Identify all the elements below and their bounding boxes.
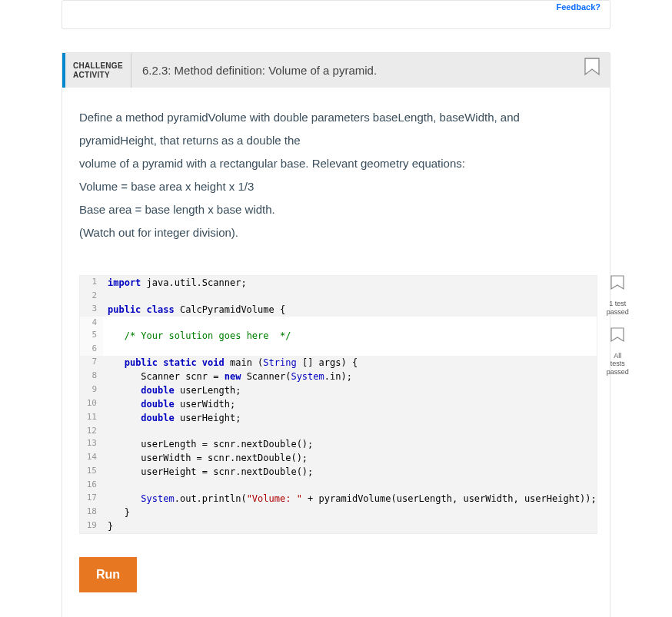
line-number: 8 bbox=[80, 370, 103, 383]
line-content[interactable]: } bbox=[103, 519, 597, 533]
description-line: Volume = base area x height x 1/3 bbox=[79, 175, 593, 198]
line-number: 12 bbox=[80, 425, 103, 438]
code-line[interactable]: 1import java.util.Scanner; bbox=[80, 276, 597, 290]
code-line[interactable]: 2 bbox=[80, 290, 597, 303]
line-number: 6 bbox=[80, 343, 103, 356]
code-line[interactable]: 10 double userWidth; bbox=[80, 397, 597, 411]
line-content[interactable] bbox=[103, 479, 597, 492]
challenge-label: CHALLENGE ACTIVITY bbox=[65, 53, 131, 88]
code-line[interactable]: 8 Scanner scnr = new Scanner(System.in); bbox=[80, 370, 597, 383]
line-content[interactable]: double userLength; bbox=[103, 383, 597, 397]
line-content[interactable]: userHeight = scnr.nextDouble(); bbox=[103, 465, 597, 479]
line-number: 3 bbox=[80, 303, 103, 317]
line-content[interactable]: import java.util.Scanner; bbox=[103, 276, 597, 290]
line-number: 5 bbox=[80, 329, 103, 343]
line-number: 18 bbox=[80, 506, 103, 519]
alltests-badge-text: All tests passed bbox=[607, 352, 629, 377]
test-badge-text: 1 test passed bbox=[607, 300, 629, 317]
feedback-link[interactable]: Feedback? bbox=[557, 2, 600, 12]
code-line[interactable]: 18 } bbox=[80, 506, 597, 519]
line-number: 13 bbox=[80, 437, 103, 451]
code-line[interactable]: 9 double userLength; bbox=[80, 383, 597, 397]
status-column: 1 test passed All tests passed bbox=[607, 275, 629, 534]
run-button[interactable]: Run bbox=[79, 557, 137, 592]
line-number: 16 bbox=[80, 479, 103, 492]
challenge-description: Define a method pyramidVolume with doubl… bbox=[62, 88, 610, 252]
line-content[interactable]: userLength = scnr.nextDouble(); bbox=[103, 437, 597, 451]
line-content[interactable]: public class CalcPyramidVolume { bbox=[103, 303, 597, 317]
challenge-title: 6.2.3: Method definition: Volume of a py… bbox=[131, 53, 610, 88]
line-number: 11 bbox=[80, 411, 103, 425]
line-content[interactable]: Scanner scnr = new Scanner(System.in); bbox=[103, 370, 597, 383]
code-line[interactable]: 16 bbox=[80, 479, 597, 492]
line-content[interactable]: userWidth = scnr.nextDouble(); bbox=[103, 451, 597, 465]
line-number: 1 bbox=[80, 276, 103, 290]
line-content[interactable]: double userHeight; bbox=[103, 411, 597, 425]
line-content[interactable] bbox=[103, 290, 597, 303]
description-line: Base area = base length x base width. bbox=[79, 198, 593, 221]
bottom-link-area bbox=[62, 592, 610, 608]
code-line[interactable]: 14 userWidth = scnr.nextDouble(); bbox=[80, 451, 597, 465]
line-content[interactable]: System.out.println("Volume: " + pyramidV… bbox=[103, 492, 597, 506]
line-content[interactable] bbox=[103, 343, 597, 356]
line-number: 10 bbox=[80, 397, 103, 411]
description-line: volume of a pyramid with a rectangular b… bbox=[79, 152, 593, 175]
description-line: (Watch out for integer division). bbox=[79, 221, 593, 244]
challenge-header: CHALLENGE ACTIVITY 6.2.3: Method definit… bbox=[62, 53, 610, 88]
line-content[interactable]: public static void main (String [] args)… bbox=[103, 356, 597, 370]
code-line[interactable]: 15 userHeight = scnr.nextDouble(); bbox=[80, 465, 597, 479]
description-line: Define a method pyramidVolume with doubl… bbox=[79, 106, 593, 152]
code-line[interactable]: 17 System.out.println("Volume: " + pyram… bbox=[80, 492, 597, 506]
code-line[interactable]: 13 userLength = scnr.nextDouble(); bbox=[80, 437, 597, 451]
line-content[interactable] bbox=[103, 425, 597, 438]
line-number: 19 bbox=[80, 519, 103, 533]
code-line[interactable]: 12 bbox=[80, 425, 597, 438]
bookmark-icon[interactable] bbox=[584, 58, 600, 81]
line-number: 2 bbox=[80, 290, 103, 303]
code-line[interactable]: 19} bbox=[80, 519, 597, 533]
line-number: 9 bbox=[80, 383, 103, 397]
editor-area: 1import java.util.Scanner;23public class… bbox=[62, 252, 610, 534]
test-badge-icon bbox=[610, 275, 625, 295]
alltests-badge-icon bbox=[610, 327, 625, 347]
code-editor[interactable]: 1import java.util.Scanner;23public class… bbox=[79, 275, 597, 534]
line-number: 7 bbox=[80, 356, 103, 370]
code-line[interactable]: 5 /* Your solution goes here */ bbox=[80, 329, 597, 343]
line-content[interactable]: } bbox=[103, 506, 597, 519]
feedback-card: Feedback? bbox=[62, 0, 610, 29]
code-line[interactable]: 3public class CalcPyramidVolume { bbox=[80, 303, 597, 317]
line-content[interactable]: double userWidth; bbox=[103, 397, 597, 411]
line-content[interactable] bbox=[103, 317, 597, 330]
challenge-label-line1: CHALLENGE bbox=[73, 61, 123, 71]
line-number: 14 bbox=[80, 451, 103, 465]
line-content[interactable]: /* Your solution goes here */ bbox=[103, 329, 597, 343]
code-line[interactable]: 6 bbox=[80, 343, 597, 356]
code-line[interactable]: 11 double userHeight; bbox=[80, 411, 597, 425]
challenge-card: CHALLENGE ACTIVITY 6.2.3: Method definit… bbox=[62, 52, 610, 617]
line-number: 15 bbox=[80, 465, 103, 479]
line-number: 17 bbox=[80, 492, 103, 506]
code-line[interactable]: 7 public static void main (String [] arg… bbox=[80, 356, 597, 370]
challenge-label-line2: ACTIVITY bbox=[73, 71, 123, 80]
code-line[interactable]: 4 bbox=[80, 317, 597, 330]
line-number: 4 bbox=[80, 317, 103, 330]
